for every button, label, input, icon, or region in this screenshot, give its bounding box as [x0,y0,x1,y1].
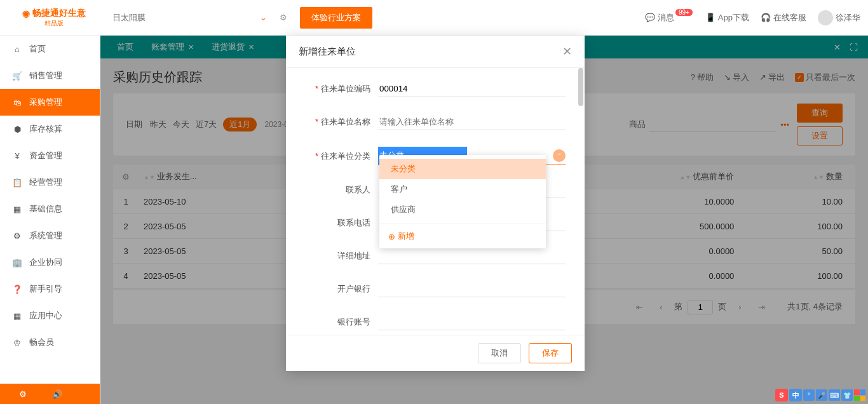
sound-icon[interactable]: 🔊 [52,389,62,399]
modal-header: 新增往来单位 ✕ [286,36,585,68]
ime-punct-icon[interactable]: ° [803,389,815,401]
info-icon: ▦ [11,203,23,215]
messages-link[interactable]: 💬 消息 99+ [645,12,694,24]
phone-icon: 📱 [705,13,715,22]
user-menu[interactable]: 徐泽华 [818,10,860,25]
category-label: 往来单位分类 [321,151,370,161]
save-button[interactable]: 保存 [529,343,572,363]
bag-icon: 🛍 [11,97,23,108]
sidebar-item-funds[interactable]: ¥资金管理 [0,142,100,169]
gear-icon[interactable]: ⚙ [19,389,27,399]
name-label: 往来单位名称 [321,117,370,126]
sidebar-item-member[interactable]: ♔畅会员 [0,329,100,356]
dropdown-add-new[interactable]: ⊕ 新增 [379,224,546,248]
code-label: 往来单位编码 [321,84,370,93]
promo-button[interactable]: 体验行业方案 [300,7,372,29]
chevron-up-icon[interactable]: ⌃ [553,149,566,162]
logo: ◉畅捷通好生意 精品版 [8,8,100,28]
settings-icon: ⚙ [11,230,23,241]
service-link[interactable]: 🎧 在线客服 [761,12,806,24]
ime-s-icon[interactable]: S [775,389,788,401]
dropdown-option-uncategorized[interactable]: 未分类 [379,159,546,179]
sidebar-item-business[interactable]: 📋经营管理 [0,169,100,196]
org-selector[interactable]: 日太阳膜 ⌄ [112,12,267,24]
account-label: 银行账号 [337,317,370,327]
logo-icon: ◉ [22,8,30,18]
sidebar-item-purchase[interactable]: 🛍采购管理 [0,89,100,116]
plus-icon: ⊕ [388,232,395,241]
sidebar-item-guide[interactable]: ❓新手引导 [0,276,100,302]
cart-icon: 🛒 [11,70,23,81]
apps-icon: ▦ [11,310,23,321]
message-icon: 💬 [645,13,655,22]
sidebar-item-enterprise[interactable]: 🏢企业协同 [0,249,100,276]
dropdown-option-customer[interactable]: 客户 [379,179,546,199]
ime-keyboard-icon[interactable]: ⌨ [829,389,840,401]
close-icon[interactable]: ✕ [562,44,572,58]
name-input[interactable] [378,114,566,130]
sidebar-item-system[interactable]: ⚙系统管理 [0,222,100,249]
sidebar-item-apps[interactable]: ▦应用中心 [0,302,100,329]
phone-label: 联系电话 [337,218,370,227]
cancel-button[interactable]: 取消 [478,343,521,363]
ime-grid-icon[interactable] [854,389,865,401]
bank-label: 开户银行 [337,284,370,293]
money-icon: ¥ [11,150,23,161]
code-input[interactable] [378,81,566,97]
message-badge: 99+ [675,9,693,16]
account-input[interactable] [378,314,566,330]
contact-label: 联系人 [346,185,370,194]
modal-title: 新增往来单位 [299,46,356,58]
sidebar-item-home[interactable]: ⌂首页 [0,36,100,62]
app-download-link[interactable]: 📱 App下载 [705,12,749,24]
sidebar: ⌂首页 🛒销售管理 🛍采购管理 ⬢库存核算 ¥资金管理 📋经营管理 ▦基础信息 … [0,36,100,404]
top-header: ◉畅捷通好生意 精品版 日太阳膜 ⌄ ⚙ 体验行业方案 💬 消息 99+ 📱 A… [0,0,868,36]
clipboard-icon: 📋 [11,177,23,188]
bank-input[interactable] [378,281,566,297]
avatar [818,10,833,25]
ime-skin-icon[interactable]: 👕 [841,389,853,401]
chevron-down-icon: ⌄ [260,13,267,22]
sidebar-item-basic[interactable]: ▦基础信息 [0,196,100,222]
address-label: 详细地址 [337,251,370,260]
gear-icon[interactable]: ⚙ [280,13,287,22]
crown-icon: ♔ [11,337,23,348]
guide-icon: ❓ [11,283,23,295]
home-icon: ⌂ [11,43,23,55]
sidebar-item-sales[interactable]: 🛒销售管理 [0,62,100,89]
org-name: 日太阳膜 [112,12,146,24]
dropdown-option-supplier[interactable]: 供应商 [379,199,546,220]
ime-toolbar: S 中 ° 🎤 ⌨ 👕 [775,389,865,401]
box-icon: ⬢ [11,123,23,135]
building-icon: 🏢 [11,257,23,268]
logo-subtitle: 精品版 [44,19,64,28]
address-input[interactable] [378,248,566,264]
category-dropdown: 未分类 客户 供应商 ⊕ 新增 [379,155,546,248]
ime-cn-icon[interactable]: 中 [789,389,802,401]
scrollbar-thumb[interactable] [578,68,583,106]
headset-icon: 🎧 [761,13,771,22]
sidebar-footer: ⚙ 🔊 [0,384,100,404]
ime-mic-icon[interactable]: 🎤 [816,389,827,401]
sidebar-item-inventory[interactable]: ⬢库存核算 [0,116,100,142]
